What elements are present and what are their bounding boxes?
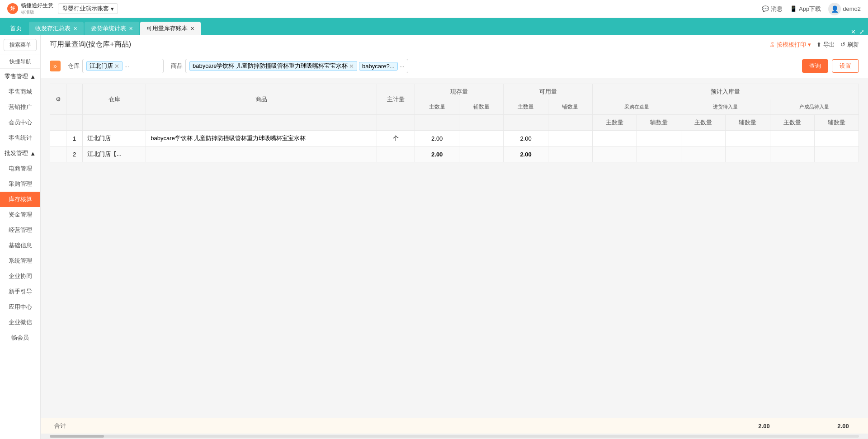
logo-text-block: 畅捷通好生意 标准版 [21,2,53,15]
export-button[interactable]: ⬆ 导出 [816,41,835,49]
scroll-bar-track[interactable] [50,435,859,438]
th-empty1 [50,115,66,131]
message-action[interactable]: 💬 消息 [762,5,783,13]
row2-inbound-main [681,146,726,162]
page-title: 可用量查询(按仓库+商品) [50,40,131,49]
th-finished-main: 主数量 [770,115,814,131]
th-avail-aux: 辅数量 [548,99,592,115]
print-button[interactable]: 🖨 按模板打印 ▾ [769,41,811,49]
th-purchase-aux: 辅数量 [637,115,681,131]
sidebar-item-system[interactable]: 系统管理 [0,253,40,269]
tab-available-stock-close[interactable]: ✕ [190,26,194,32]
refresh-label: 刷新 [847,41,859,49]
th-inbound-main: 主数量 [681,115,726,131]
product-tag1-text: babycare学饮杯 儿童防摔防撞吸管杯重力球吸嘴杯宝宝水杯 [193,62,348,70]
sidebar-item-purchase[interactable]: 采购管理 [0,176,40,192]
tab-receive-send[interactable]: 收发存汇总表 ✕ [29,22,84,35]
table-header-row-3: 主数量 辅数量 主数量 辅数量 主数量 辅数量 [50,115,859,131]
th-empty9 [548,115,592,131]
th-current-stock: 现存量 [415,84,504,100]
row2-stock-main: 2.00 [415,146,459,162]
refresh-button[interactable]: ↺ 刷新 [840,41,859,49]
sidebar-item-wechat[interactable]: 企业微信 [0,315,40,330]
export-icon: ⬆ [816,41,821,48]
scroll-bar-thumb[interactable] [50,435,104,438]
row2-product [146,146,377,162]
chevron-down-icon3: ▾ [808,41,811,48]
sidebar-item-retail-mall[interactable]: 零售商城 [0,84,40,99]
sidebar-item-finance[interactable]: 资金管理 [0,207,40,222]
logo-text: 畅捷通好生意 [21,2,53,9]
industry-select[interactable]: 母婴行业演示账套 ▾ [58,3,118,14]
page-actions: 🖨 按模板打印 ▾ ⬆ 导出 ↺ 刷新 [769,41,859,49]
nav-expand-icon[interactable]: ⤢ [859,28,864,35]
row2-purchase-main [592,146,637,162]
sidebar-group-wholesale: 批发管理 ▲ 电商管理 [0,146,40,176]
sidebar-item-ecommerce[interactable]: 电商管理 [0,161,40,176]
product-input[interactable]: babycare学饮杯 儿童防摔防撞吸管杯重力球吸嘴杯宝宝水杯 ✕ babyca… [185,59,408,73]
th-product: 商品 [146,84,377,115]
sidebar-item-inventory[interactable]: 库存核算 [0,192,40,207]
row1-product: babycare学饮杯 儿童防摔防撞吸管杯重力球吸嘴杯宝宝水杯 [146,131,377,146]
table-header-row-1: ⚙ 仓库 商品 主计量 现存量 可用量 预计入库量 [50,84,859,100]
row2-finished-main [770,146,814,162]
query-button[interactable]: 查询 [802,59,828,73]
warehouse-tag-text: 江北门店 [90,62,113,70]
user-action[interactable]: 👤 demo2 [828,3,861,15]
warehouse-tag-close[interactable]: ✕ [114,63,119,70]
row1-avail-aux [548,131,592,146]
chevron-down-icon: ▾ [111,5,114,12]
page-header: 可用量查询(按仓库+商品) 🖨 按模板打印 ▾ ⬆ 导出 ↺ 刷新 [41,35,868,54]
nav-tabs: 首页 收发存汇总表 ✕ 要货单统计表 ✕ 可用量库存账本 ✕ ✕ ⤢ [0,18,868,35]
avatar: 👤 [828,3,841,15]
product-tag2: babycare?... [359,62,398,71]
tab-home[interactable]: 首页 [4,22,28,35]
product-label: 商品 [171,62,183,70]
sidebar-item-newguide[interactable]: 新手引导 [0,284,40,299]
sidebar-item-retail-stats[interactable]: 零售统计 [0,130,40,146]
sidebar-item-appcenter[interactable]: 应用中心 [0,299,40,315]
sidebar-item-member[interactable]: 会员中心 [0,115,40,130]
row1-stock-main: 2.00 [415,131,459,146]
warehouse-input[interactable]: 江北门店 ✕ ··· [82,59,164,73]
filter-toggle-button[interactable]: » [50,61,61,71]
th-finished-aux: 辅数量 [814,115,859,131]
th-settings[interactable]: ⚙ [50,84,66,115]
chevron-down-icon2: ▲ [30,150,36,157]
tab-order-stats-close[interactable]: ✕ [129,26,133,32]
export-label: 导出 [823,41,835,49]
nav-close-icon[interactable]: ✕ [851,28,856,35]
sidebar-item-marketing[interactable]: 营销推广 [0,99,40,115]
sidebar-item-enterprise[interactable]: 企业协同 [0,269,40,284]
th-planned-inbound: 预计入库量 [592,84,859,100]
table-wrapper: ⚙ 仓库 商品 主计量 现存量 可用量 预计入库量 主数量 辅数量 主数量 辅数… [41,78,868,418]
app-download-action[interactable]: 📱 App下载 [790,5,821,13]
logo-icon: 好 [7,3,18,14]
row1-finished-main [770,131,814,146]
sidebar-item-vip[interactable]: 畅会员 [0,330,40,345]
row2-stock-aux [459,146,504,162]
sidebar-quick-nav[interactable]: 快捷导航 [0,55,40,69]
filter-warehouse-field: 仓库 江北门店 ✕ ··· [68,59,164,73]
sidebar-item-basic[interactable]: 基础信息 [0,238,40,253]
row1-settings [50,131,66,146]
sidebar-group-retail-header[interactable]: 零售管理 ▲ [0,69,40,84]
sidebar-group-retail-label: 零售管理 [5,72,28,80]
mobile-icon: 📱 [790,5,797,12]
table-body: 1 江北门店 babycare学饮杯 儿童防摔防撞吸管杯重力球吸嘴杯宝宝水杯 个… [50,131,859,162]
sidebar-item-operations[interactable]: 经营管理 [0,222,40,238]
th-main-unit: 主计量 [377,84,415,115]
tab-receive-send-close[interactable]: ✕ [73,26,77,32]
row1-avail-main: 2.00 [504,131,548,146]
product-tag1-close[interactable]: ✕ [349,63,354,70]
sidebar-group-wholesale-header[interactable]: 批发管理 ▲ [0,146,40,161]
row1-unit: 个 [377,131,415,146]
tab-order-stats[interactable]: 要货单统计表 ✕ [85,22,139,35]
th-num [66,84,83,115]
setting-button[interactable]: 设置 [832,59,859,73]
top-bar-left: 好 畅捷通好生意 标准版 母婴行业演示账套 ▾ [7,2,118,15]
sidebar-search-button[interactable]: 搜索菜单 [4,39,37,51]
row2-unit [377,146,415,162]
tab-available-stock[interactable]: 可用量库存账本 ✕ [140,22,201,35]
row2-warehouse: 江北门店【... [83,146,146,162]
